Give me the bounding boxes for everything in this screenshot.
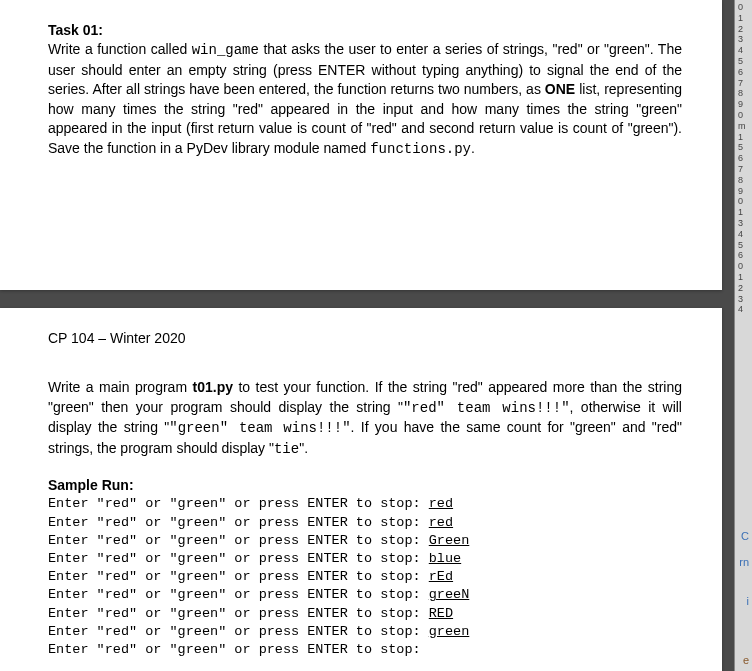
cropped-fragment: e: [743, 654, 749, 666]
prompt-text: Enter "red" or "green" or press ENTER to…: [48, 624, 429, 639]
text: ".: [299, 440, 308, 456]
ruler-tick: 0: [735, 196, 752, 207]
ruler-tick: 2: [735, 24, 752, 35]
sample-line: Enter "red" or "green" or press ENTER to…: [48, 605, 682, 623]
ruler-tick: 2: [735, 283, 752, 294]
sample-line: Enter "red" or "green" or press ENTER to…: [48, 568, 682, 586]
ruler-tick: 1: [735, 132, 752, 143]
prompt-text: Enter "red" or "green" or press ENTER to…: [48, 569, 429, 584]
ruler-tick: 1: [735, 207, 752, 218]
sample-line: Enter "red" or "green" or press ENTER to…: [48, 586, 682, 604]
ruler-tick: m: [735, 121, 752, 132]
ruler-tick: 0: [735, 261, 752, 272]
ruler-strip: 01234567890m15678901345601234: [734, 0, 752, 671]
ruler-tick: 8: [735, 175, 752, 186]
function-name-code: win_game: [192, 42, 259, 58]
ruler-tick: 7: [735, 164, 752, 175]
one-bold: ONE: [545, 81, 575, 97]
ruler-tick: 1: [735, 272, 752, 283]
cropped-fragment: i: [747, 595, 749, 607]
sample-run-title: Sample Run:: [48, 477, 682, 493]
prompt-text: Enter "red" or "green" or press ENTER to…: [48, 606, 429, 621]
text: Write a main program: [48, 379, 193, 395]
ruler-tick: 8: [735, 88, 752, 99]
document-page-2: CP 104 – Winter 2020 Write a main progra…: [0, 308, 722, 671]
ruler-tick: 4: [735, 229, 752, 240]
ruler-tick: 4: [735, 45, 752, 56]
ruler-tick: 0: [735, 110, 752, 121]
sample-line: Enter "red" or "green" or press ENTER to…: [48, 641, 682, 659]
main-program-text: Write a main program t01.py to test your…: [48, 378, 682, 459]
green-team-code: "green" team wins!!!": [169, 420, 350, 436]
sample-line: Enter "red" or "green" or press ENTER to…: [48, 514, 682, 532]
user-input: red: [429, 496, 453, 511]
document-page-1: Task 01: Write a function called win_gam…: [0, 0, 722, 290]
module-name-code: functions.py: [370, 141, 471, 157]
text: .: [471, 140, 475, 156]
user-input: rEd: [429, 569, 453, 584]
ruler-tick: 6: [735, 250, 752, 261]
user-input: Green: [429, 533, 470, 548]
prompt-text: Enter "red" or "green" or press ENTER to…: [48, 496, 429, 511]
ruler-tick: 5: [735, 240, 752, 251]
ruler-tick: 6: [735, 67, 752, 78]
prompt-text: Enter "red" or "green" or press ENTER to…: [48, 533, 429, 548]
prompt-text: Enter "red" or "green" or press ENTER to…: [48, 551, 429, 566]
cropped-fragment: C: [741, 530, 749, 542]
ruler-tick: 6: [735, 153, 752, 164]
ruler-tick: 9: [735, 99, 752, 110]
ruler-tick: 1: [735, 13, 752, 24]
ruler-tick: 4: [735, 304, 752, 315]
prompt-text: Enter "red" or "green" or press ENTER to…: [48, 515, 429, 530]
cropped-fragment: rn: [739, 556, 749, 568]
task-title: Task 01:: [48, 22, 682, 38]
ruler-tick: 3: [735, 34, 752, 45]
sample-line: Enter "red" or "green" or press ENTER to…: [48, 623, 682, 641]
user-input: green: [429, 624, 470, 639]
text: Write a function called: [48, 41, 192, 57]
sample-line: Enter "red" or "green" or press ENTER to…: [48, 495, 682, 513]
tie-code: tie: [274, 441, 299, 457]
prompt-text: Enter "red" or "green" or press ENTER to…: [48, 587, 429, 602]
user-input: red: [429, 515, 453, 530]
ruler-tick: 5: [735, 56, 752, 67]
t01-bold: t01.py: [193, 379, 233, 395]
task-body: Write a function called win_game that as…: [48, 40, 682, 160]
sample-run-block: Enter "red" or "green" or press ENTER to…: [48, 495, 682, 659]
ruler-tick: 7: [735, 78, 752, 89]
ruler-tick: 3: [735, 218, 752, 229]
sample-line: Enter "red" or "green" or press ENTER to…: [48, 550, 682, 568]
user-input: blue: [429, 551, 461, 566]
ruler-tick: 3: [735, 294, 752, 305]
user-input: RED: [429, 606, 453, 621]
user-input: greeN: [429, 587, 470, 602]
sample-line: Enter "red" or "green" or press ENTER to…: [48, 532, 682, 550]
ruler-tick: 5: [735, 142, 752, 153]
red-team-code: "red" team wins!!!": [403, 400, 570, 416]
ruler-tick: 9: [735, 186, 752, 197]
page-header: CP 104 – Winter 2020: [48, 330, 682, 346]
prompt-text: Enter "red" or "green" or press ENTER to…: [48, 642, 429, 657]
ruler-tick: 0: [735, 2, 752, 13]
